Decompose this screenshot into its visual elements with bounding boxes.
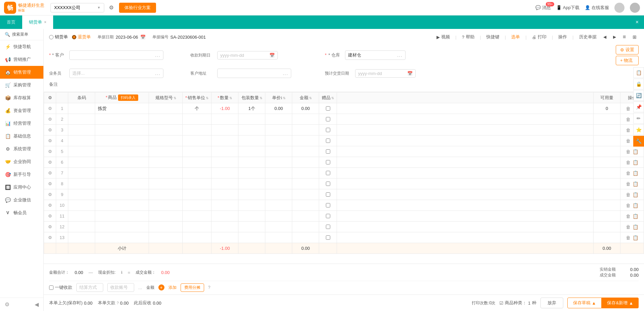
sidebar-item-operations[interactable]: 📊 经营管理 xyxy=(0,117,43,130)
toolbar-grid-view-icon[interactable]: ⊞ xyxy=(631,33,639,41)
sidebar-item-appstore[interactable]: 🔲 应用中心 xyxy=(0,181,43,194)
one-click-payment-label[interactable]: 一键收款 xyxy=(49,284,72,290)
radio-return[interactable]: 退货单 xyxy=(72,34,91,40)
copy-icon[interactable]: 📋 xyxy=(633,149,638,154)
customer-addr-input[interactable]: ... xyxy=(217,69,291,78)
row-settings-icon[interactable]: ⚙ xyxy=(48,224,52,229)
delete-icon[interactable]: 🗑 xyxy=(626,160,631,165)
row-settings-icon[interactable]: ⚙ xyxy=(48,117,52,122)
toolbar-help-btn[interactable]: ? 帮助 xyxy=(460,33,476,41)
scan-btn[interactable]: 扫码录入 xyxy=(118,94,138,101)
row-settings-icon[interactable]: ⚙ xyxy=(48,181,52,186)
logistics-btn[interactable]: + 物流 xyxy=(616,56,639,65)
one-click-checkbox[interactable] xyxy=(49,285,53,290)
float-btn-5[interactable]: ✏ xyxy=(633,113,644,124)
avatar2[interactable] xyxy=(630,3,640,13)
company-selector[interactable]: XXXXXX公司 ▼ xyxy=(50,3,104,12)
salesperson-input[interactable]: 选择... ... xyxy=(69,69,163,78)
row-settings-icon[interactable]: ⚙ xyxy=(48,106,52,111)
sidebar-item-finance[interactable]: 💰 资金管理 xyxy=(0,104,43,117)
copy-icon[interactable]: 📋 xyxy=(633,203,638,208)
delete-icon[interactable]: 🗑 xyxy=(626,224,631,230)
sidebar-item-wechat[interactable]: 💬 企业微信 xyxy=(0,194,43,206)
delete-icon[interactable]: 🗑 xyxy=(626,117,631,122)
row-settings-icon[interactable]: ⚙ xyxy=(48,149,52,154)
sidebar-item-sales[interactable]: 🏠 销售管理 xyxy=(0,66,43,79)
expense-question-icon[interactable]: ? xyxy=(208,285,211,290)
settings-gear-icon[interactable]: ⚙ xyxy=(106,3,116,13)
discard-btn[interactable]: 放弃 xyxy=(540,298,563,308)
message-btn[interactable]: 💬 消息 99+ xyxy=(535,5,551,11)
float-btn-4[interactable]: 📌 xyxy=(633,102,644,112)
date-icon[interactable]: 📅 xyxy=(140,35,146,40)
avatar[interactable] xyxy=(614,3,624,13)
th-settings[interactable]: ⚙ xyxy=(44,92,56,103)
toolbar-operation-btn[interactable]: 操作 xyxy=(556,33,569,41)
due-date-calendar-icon[interactable]: 📅 xyxy=(269,53,275,58)
copy-icon[interactable]: 📋 xyxy=(633,181,638,187)
row-settings-icon[interactable]: ⚙ xyxy=(48,127,52,132)
float-btn-2[interactable]: 🔒 xyxy=(633,79,644,89)
row-settings-icon[interactable]: ⚙ xyxy=(48,192,52,197)
toolbar-prev-icon[interactable]: ◀ xyxy=(601,34,608,40)
row-settings-icon[interactable]: ⚙ xyxy=(48,203,52,208)
price-info-icon[interactable]: ℹ xyxy=(281,96,282,100)
toolbar-print-btn[interactable]: 🖨 打印 xyxy=(530,33,548,41)
save-draft-btn[interactable]: 保存草稿 ▲ xyxy=(567,298,602,308)
toolbar-list-view-icon[interactable]: ≡ xyxy=(621,33,628,41)
row-settings-icon[interactable]: ⚙ xyxy=(48,170,52,176)
tab-sales-order[interactable]: 销货单 × xyxy=(22,15,53,29)
sidebar-item-system[interactable]: ⚙ 系统管理 xyxy=(0,143,43,155)
copy-icon[interactable]: 📋 xyxy=(633,224,638,230)
float-btn-1[interactable]: 📋 xyxy=(633,67,644,78)
toolbar-select-btn[interactable]: 选单 xyxy=(509,33,522,41)
delete-icon[interactable]: 🗑 xyxy=(626,203,631,208)
sidebar-search[interactable]: 🔍 搜索菜单 xyxy=(0,29,43,40)
sidebar-item-quick-nav[interactable]: ⚡ 快捷导航 xyxy=(0,40,43,53)
copy-icon[interactable]: 📋 xyxy=(633,160,638,165)
settings-action-btn[interactable]: ⚙ 设置 xyxy=(616,45,639,54)
due-date-input[interactable]: yyyy-mm-dd 📅 xyxy=(217,51,278,60)
row-settings-icon[interactable]: ⚙ xyxy=(48,138,52,143)
sidebar-item-guide[interactable]: 🎯 新手引导 xyxy=(0,168,43,181)
delete-icon[interactable]: 🗑 xyxy=(626,106,631,111)
sidebar-item-member[interactable]: V 畅会员 xyxy=(0,206,43,219)
discount-info-icon[interactable]: ℹ xyxy=(121,270,122,275)
sidebar-item-marketing[interactable]: 📢 营销推广 xyxy=(0,53,43,66)
delete-icon[interactable]: 🗑 xyxy=(626,192,631,197)
delete-icon[interactable]: 🗑 xyxy=(626,127,631,133)
float-btn-7[interactable]: 🔧 xyxy=(633,136,644,147)
copy-icon[interactable]: 📋 xyxy=(633,235,638,240)
delete-icon[interactable]: 🗑 xyxy=(626,181,631,187)
radio-sales[interactable]: 销货单 xyxy=(49,34,68,40)
payment-account-select[interactable]: 收款账号 xyxy=(107,283,134,292)
delete-icon[interactable]: 🗑 xyxy=(626,213,631,219)
toolbar-history-btn[interactable]: 历史单据 xyxy=(577,33,599,41)
payment-dots[interactable]: ... xyxy=(138,285,142,290)
customer-input[interactable]: ... xyxy=(69,50,163,60)
copy-icon[interactable]: 📋 xyxy=(633,213,638,219)
owe2-question-icon[interactable]: ? xyxy=(117,301,119,305)
sidebar-item-enterprise[interactable]: 🤝 企业协同 xyxy=(0,155,43,168)
delete-icon[interactable]: 🗑 xyxy=(626,170,631,176)
sidebar-item-purchase[interactable]: 🛒 采购管理 xyxy=(0,79,43,91)
copy-icon[interactable]: 📋 xyxy=(633,192,638,197)
row-settings-icon[interactable]: ⚙ xyxy=(48,213,52,219)
trial-button[interactable]: 体验行业方案 xyxy=(119,3,156,13)
toolbar-shortcut-btn[interactable]: 快捷键 xyxy=(484,33,501,41)
row-settings-icon[interactable]: ⚙ xyxy=(48,235,52,240)
toolbar-video-btn[interactable]: ▶ 视频 xyxy=(434,33,452,41)
float-btn-3[interactable]: 🔄 xyxy=(633,90,644,101)
app-download-btn[interactable]: 📱 App下载 xyxy=(556,5,579,11)
warehouse-input[interactable]: 建材仓 ... xyxy=(345,50,406,60)
toolbar-next-icon[interactable]: ▶ xyxy=(611,34,618,40)
online-service-btn[interactable]: 👤 在线客服 xyxy=(585,5,609,11)
delete-icon[interactable]: 🗑 xyxy=(626,138,631,144)
float-btn-6[interactable]: ⭐ xyxy=(633,124,644,135)
copy-icon[interactable]: 📋 xyxy=(633,170,638,176)
row-settings-icon[interactable]: ⚙ xyxy=(48,160,52,165)
delete-icon[interactable]: 🗑 xyxy=(626,235,631,240)
sidebar-item-inventory[interactable]: 📦 库存核算 xyxy=(0,91,43,104)
expense-split-btn[interactable]: 费用分摊 xyxy=(181,283,204,292)
add-payment-btn[interactable]: + xyxy=(158,284,164,290)
